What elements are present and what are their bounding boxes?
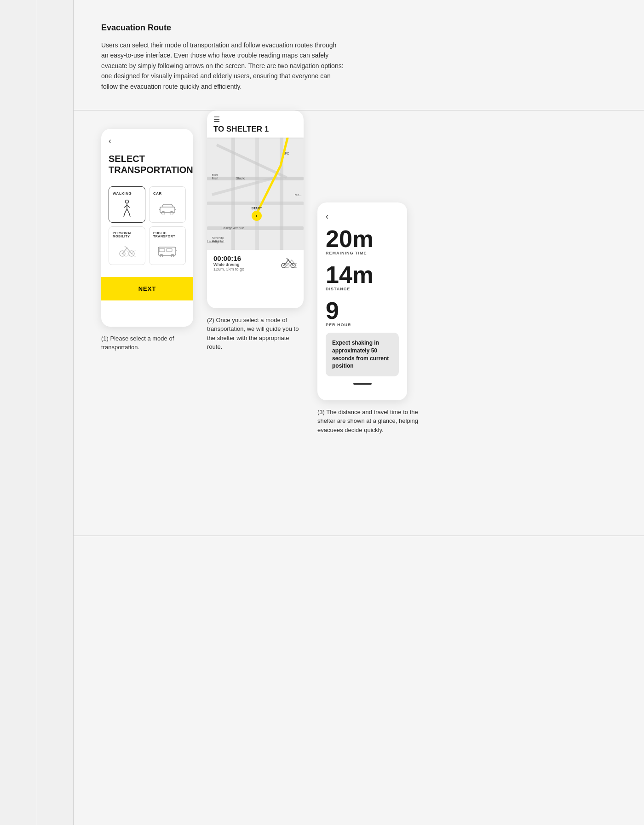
car-icon <box>153 199 182 218</box>
per-hour-value: 9 <box>326 299 399 323</box>
shelter-title: TO SHELTER 1 <box>213 125 297 134</box>
remaining-time-value: 20m <box>326 227 399 251</box>
mode-icon-bike <box>280 257 297 269</box>
caption-2: (2) Once you select a mode of transporta… <box>207 316 304 352</box>
public-transport-label: PUBLICTRANSPORT <box>153 231 182 238</box>
personal-mobility-label: PERSONALMOBILITY <box>113 231 141 238</box>
bottom-section <box>101 536 616 628</box>
map-bottom-bar: 00:00:16 While driving 126m, 3km to go <box>207 250 304 276</box>
section-title: Evacuation Route <box>101 23 616 33</box>
section-description: Users can select their mode of transport… <box>101 40 345 92</box>
left-sidebar <box>0 0 74 825</box>
main-container: Evacuation Route Users can select their … <box>0 0 644 825</box>
caption-3: (3) The distance and travel time to the … <box>317 408 419 435</box>
phone1-header: ‹ <box>101 129 193 150</box>
phone-map-navigation: Mansion KFC MiniMart Studio Mc... Sereni… <box>207 110 304 308</box>
stats-screen: ‹ 20m REMAINING TIME 14m DISTANCE 9 PER … <box>317 202 407 398</box>
svg-line-5 <box>127 209 129 213</box>
transport-car[interactable]: CAR <box>149 186 186 223</box>
svg-point-23 <box>160 254 163 257</box>
car-label: CAR <box>153 191 182 196</box>
demos-row: ‹ SELECT TRANSPORTATION WALKING <box>101 129 616 435</box>
svg-point-0 <box>126 200 129 203</box>
warning-box: Expect shaking in approximately 50 secon… <box>326 333 399 376</box>
svg-line-2 <box>124 205 127 208</box>
svg-line-4 <box>125 209 127 213</box>
svg-rect-21 <box>159 248 165 252</box>
screen-title: SELECT TRANSPORTATION <box>101 153 193 175</box>
per-hour-label: PER HOUR <box>326 323 399 327</box>
map-header: ☰ TO SHELTER 1 <box>207 110 304 138</box>
transport-personal-mobility[interactable]: PERSONALMOBILITY <box>109 226 145 265</box>
map-area: Mansion KFC MiniMart Studio Mc... Sereni… <box>207 110 304 276</box>
svg-point-24 <box>171 254 174 257</box>
distance-info: 126m, 3km to go <box>213 267 244 271</box>
transport-walking[interactable]: WALKING <box>109 186 145 223</box>
next-button[interactable]: NEXT <box>101 277 193 300</box>
svg-point-30 <box>288 260 289 261</box>
svg-line-3 <box>127 205 130 208</box>
transport-public[interactable]: PUBLICTRANSPORT <box>149 226 186 265</box>
distance-value: 14m <box>326 263 399 287</box>
divider-top <box>74 110 644 110</box>
svg-point-17 <box>126 247 128 248</box>
bottom-handle <box>353 383 372 385</box>
remaining-time-label: REMAINING TIME <box>326 251 399 255</box>
phone-stats: ‹ 20m REMAINING TIME 14m DISTANCE 9 PER … <box>317 202 407 400</box>
phone-select-transportation: ‹ SELECT TRANSPORTATION WALKING <box>101 129 193 327</box>
timer-display: 00:00:16 <box>213 254 244 262</box>
walking-icon <box>113 199 141 218</box>
caption-1: (1) Please select a mode of transportati… <box>101 334 193 352</box>
svg-point-18 <box>123 251 129 256</box>
personal-mobility-icon <box>113 242 141 260</box>
transport-grid: WALKING <box>101 179 193 272</box>
walking-label: WALKING <box>113 191 141 196</box>
hamburger-icon[interactable]: ☰ <box>213 115 297 124</box>
svg-line-7 <box>129 213 130 217</box>
start-marker: START › <box>252 207 262 221</box>
content-area: Evacuation Route Users can select their … <box>74 0 644 825</box>
public-transport-icon <box>153 242 182 260</box>
back-button-phone1[interactable]: ‹ <box>109 136 111 145</box>
warning-text: Expect shaking in approximately 50 secon… <box>332 339 392 370</box>
while-driving: While driving <box>213 262 244 267</box>
vertical-line <box>37 0 37 825</box>
svg-line-6 <box>124 213 125 217</box>
svg-rect-22 <box>167 248 172 252</box>
back-button-phone3[interactable]: ‹ <box>326 212 399 221</box>
